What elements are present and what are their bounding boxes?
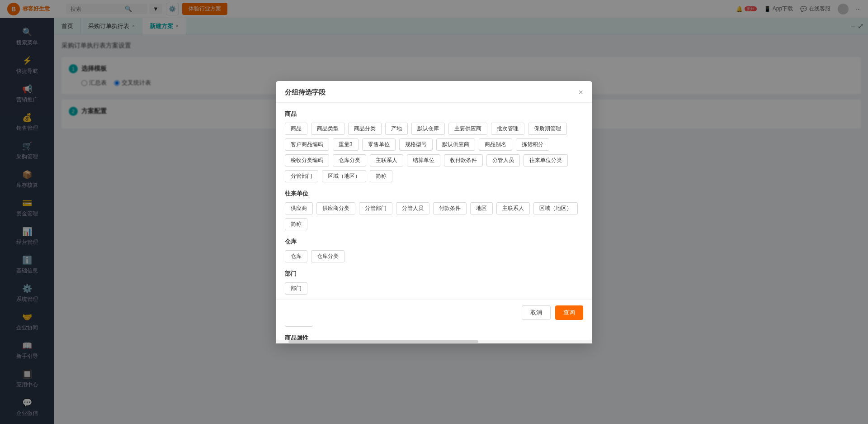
field-tag-1-3[interactable]: 分管人员 xyxy=(396,202,429,214)
field-tags-3: 部门 xyxy=(285,282,583,295)
field-tags-2: 仓库仓库分类 xyxy=(285,250,583,262)
field-tag-1-7[interactable]: 区域（地区） xyxy=(533,202,578,214)
modal-hscrollbar[interactable] xyxy=(276,340,592,343)
field-tag-0-16[interactable]: 仓库分类 xyxy=(333,154,366,167)
field-tags-1: 供应商供应商分类分管部门分管人员付款条件地区主联系人区域（地区）简称 xyxy=(285,202,583,230)
field-tag-0-20[interactable]: 分管人员 xyxy=(486,154,520,167)
field-tags-0: 商品商品类型商品分类产地默认仓库主要供应商批次管理保质期管理客户商品编码重量3零… xyxy=(285,123,583,182)
field-tag-1-2[interactable]: 分管部门 xyxy=(359,202,392,214)
field-group-3: 部门部门 xyxy=(285,270,583,295)
field-group-0: 商品商品商品类型商品分类产地默认仓库主要供应商批次管理保质期管理客户商品编码重量… xyxy=(285,110,583,182)
modal-footer: 取消 查询 xyxy=(276,300,592,325)
modal-close-button[interactable]: × xyxy=(578,88,583,96)
field-tag-2-0[interactable]: 仓库 xyxy=(285,250,307,262)
field-tag-1-4[interactable]: 付款条件 xyxy=(433,202,467,214)
field-group-2: 仓库仓库仓库分类 xyxy=(285,238,583,262)
field-tag-0-6[interactable]: 批次管理 xyxy=(491,123,524,135)
confirm-button[interactable]: 查询 xyxy=(555,305,583,320)
field-tag-0-24[interactable]: 简称 xyxy=(370,170,392,182)
field-tag-1-5[interactable]: 地区 xyxy=(470,202,493,214)
field-tag-0-17[interactable]: 主联系人 xyxy=(370,154,403,167)
field-tag-0-19[interactable]: 收付款条件 xyxy=(444,154,483,167)
cancel-button[interactable]: 取消 xyxy=(522,305,551,320)
modal-header: 分组待选字段 × xyxy=(276,81,592,103)
field-tag-0-14[interactable]: 拣货积分 xyxy=(516,138,549,151)
field-tag-0-0[interactable]: 商品 xyxy=(285,123,307,135)
field-tag-0-13[interactable]: 商品别名 xyxy=(479,138,512,151)
field-group-1: 往来单位供应商供应商分类分管部门分管人员付款条件地区主联系人区域（地区）简称 xyxy=(285,190,583,230)
field-group-title-3: 部门 xyxy=(285,270,583,278)
modal-hscroll-thumb[interactable] xyxy=(288,340,478,343)
field-group-title-1: 往来单位 xyxy=(285,190,583,198)
field-tag-0-1[interactable]: 商品类型 xyxy=(311,123,344,135)
field-tag-1-1[interactable]: 供应商分类 xyxy=(316,202,355,214)
field-group-5: 商品属性属性颜色多规格尺码鞋码1 xyxy=(285,334,583,340)
field-tag-0-4[interactable]: 默认仓库 xyxy=(411,123,445,135)
field-group-title-0: 商品 xyxy=(285,110,583,118)
field-tag-1-0[interactable]: 供应商 xyxy=(285,202,313,214)
field-tag-0-5[interactable]: 主要供应商 xyxy=(448,123,487,135)
field-group-title-2: 仓库 xyxy=(285,238,583,246)
modal-title: 分组待选字段 xyxy=(285,88,326,97)
field-tag-3-0[interactable]: 部门 xyxy=(285,282,307,295)
field-tag-0-3[interactable]: 产地 xyxy=(385,123,408,135)
field-tag-0-10[interactable]: 零售单位 xyxy=(362,138,396,151)
field-tag-0-15[interactable]: 税收分类编码 xyxy=(285,154,329,167)
field-tag-0-22[interactable]: 分管部门 xyxy=(285,170,318,182)
field-tag-0-11[interactable]: 规格型号 xyxy=(399,138,433,151)
field-tag-0-12[interactable]: 默认供应商 xyxy=(436,138,475,151)
field-tag-0-21[interactable]: 往来单位分类 xyxy=(524,154,568,167)
field-tag-1-8[interactable]: 简称 xyxy=(285,218,307,230)
field-tag-0-23[interactable]: 区域（地区） xyxy=(322,170,366,182)
field-tag-0-8[interactable]: 客户商品编码 xyxy=(285,138,329,151)
field-tag-0-18[interactable]: 结算单位 xyxy=(407,154,440,167)
field-group-title-5: 商品属性 xyxy=(285,334,583,340)
field-tag-0-7[interactable]: 保质期管理 xyxy=(528,123,567,135)
field-tag-0-2[interactable]: 商品分类 xyxy=(348,123,382,135)
field-tag-1-6[interactable]: 主联系人 xyxy=(496,202,530,214)
field-tag-0-9[interactable]: 重量3 xyxy=(333,138,359,151)
field-tag-2-1[interactable]: 仓库分类 xyxy=(311,250,344,262)
field-select-modal: 分组待选字段 × 商品商品商品类型商品分类产地默认仓库主要供应商批次管理保质期管… xyxy=(276,81,592,343)
